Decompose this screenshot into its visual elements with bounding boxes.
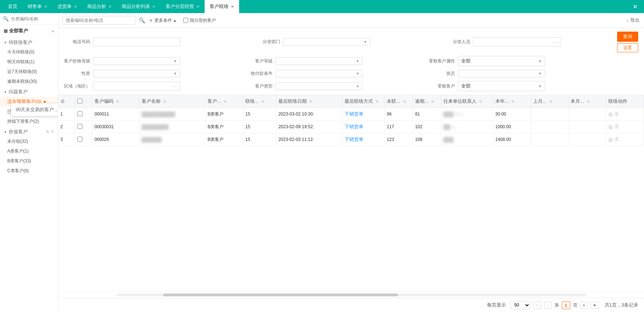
next-page-button[interactable]: ›	[580, 301, 588, 309]
code-sort-icon[interactable]: ⇅	[116, 100, 119, 104]
group-problem-customers[interactable]: ▼ 问题客户	[0, 86, 58, 97]
nav-analysis-close[interactable]: ✕	[108, 4, 112, 9]
export-button[interactable]: ↑ 导出	[627, 17, 640, 24]
overdue-sort-icon[interactable]: ⇅	[431, 100, 434, 104]
nav-home[interactable]: 首页	[3, 0, 23, 13]
level-sort-icon[interactable]: ⇅	[224, 100, 226, 104]
group-pending-contact[interactable]: ▼ 待联络客户	[0, 37, 58, 47]
lastmonth-sort-icon[interactable]: ⇅	[549, 100, 552, 104]
row3-check[interactable]	[75, 133, 92, 146]
th-contact[interactable]: 联络... ⇅	[243, 95, 276, 108]
price-level-select[interactable]: ▼	[93, 57, 180, 65]
thismonth-sort-icon[interactable]: ⇅	[587, 100, 590, 104]
nav-customer-contact[interactable]: 客户联络 ✕	[205, 0, 239, 13]
horizontal-scrollbar[interactable]	[58, 292, 644, 298]
sidebar-item-ungrouped[interactable]: 未分组(32)	[0, 137, 58, 146]
payment-select[interactable]: ▼	[275, 70, 363, 77]
phone-input[interactable]	[93, 38, 180, 46]
window-close-button[interactable]: ✕	[629, 3, 641, 10]
scrollbar-track[interactable]	[116, 293, 586, 296]
year-sort-icon[interactable]: ⇅	[511, 100, 514, 104]
search-button[interactable]: 🔍	[139, 17, 145, 23]
retail-select[interactable]: 全部 ▼	[458, 81, 545, 91]
row2-check[interactable]	[75, 121, 92, 133]
th-uncontact[interactable]: 未联... ⇅	[385, 95, 413, 108]
row2-way-link[interactable]: 下销货单	[345, 124, 363, 129]
th-way[interactable]: 最后联络方式 ⇅	[342, 95, 385, 108]
type-select[interactable]: ▼	[275, 82, 363, 90]
th-level[interactable]: 客户... ⇅	[205, 95, 243, 108]
sidebar-item-b-class[interactable]: B类客户(33)	[0, 156, 58, 166]
group-value-customers[interactable]: ▼ 价值客户 ↻ ✎	[0, 126, 58, 137]
date-sort-icon[interactable]: ⇅	[309, 100, 312, 104]
sidebar-search-input[interactable]	[11, 16, 55, 21]
sidebar-item-today[interactable]: 今天待联络(0)	[0, 47, 58, 57]
nav-purchase-close[interactable]: ✕	[74, 4, 77, 9]
contact-sort-icon[interactable]: ⇅	[261, 100, 264, 104]
select-all-checkbox[interactable]	[77, 98, 82, 104]
refresh-icon[interactable]: ↻	[46, 130, 49, 134]
nav-analysis-list[interactable]: 商品分析列表 ✕	[117, 0, 161, 13]
way-sort-icon[interactable]: ⇅	[375, 100, 378, 104]
dept-select[interactable]: ▼	[283, 38, 370, 46]
th-date[interactable]: 最后联络日期 ⇅	[276, 95, 342, 108]
row1-way-link[interactable]: 下销货单	[345, 111, 363, 117]
scrollbar-thumb[interactable]	[163, 293, 398, 296]
contacts-sort-icon[interactable]: ⇅	[479, 100, 482, 104]
search-input[interactable]	[63, 16, 135, 25]
row1-contact-icon[interactable]: ◎	[608, 111, 613, 117]
edit-icon[interactable]: ✎	[51, 130, 54, 134]
retail-attr-select[interactable]: 全部 ▼	[458, 56, 545, 66]
status-select[interactable]: ▼	[458, 70, 545, 77]
more-conditions-btn[interactable]: 更多条件	[154, 17, 172, 24]
th-name[interactable]: 客户名称 ⇅	[139, 95, 205, 108]
sidebar-item-c-class[interactable]: C类客户(6)	[0, 166, 58, 176]
region-select[interactable]: ···	[93, 82, 180, 91]
nav-customer-contact-close[interactable]: ✕	[231, 4, 234, 9]
name-sort-icon[interactable]: ⇅	[163, 100, 166, 104]
row3-contact-icon[interactable]: ◎	[608, 137, 613, 142]
sidebar-collapse-icon[interactable]: «	[52, 28, 54, 34]
sidebar-item-a-class[interactable]: A类客户(1)	[0, 146, 58, 156]
nav-customer-layer-close[interactable]: ✕	[196, 4, 200, 9]
row3-more-icon[interactable]: ⠿	[615, 137, 619, 142]
customer-level-select[interactable]: ▼	[275, 57, 363, 65]
row2-contact-icon[interactable]: ◎	[608, 124, 613, 130]
th-overdue[interactable]: 逾期... ⇅	[413, 95, 441, 108]
row3-checkbox[interactable]	[77, 137, 82, 142]
first-page-button[interactable]: «	[533, 301, 542, 309]
settings-button[interactable]: 设置	[617, 43, 638, 52]
nav-purchase[interactable]: 进货单 ✕	[52, 0, 82, 13]
settings-gear-icon[interactable]: ⚙	[60, 98, 65, 104]
row1-more-icon[interactable]: ⠿	[615, 111, 619, 117]
my-customers-checkbox[interactable]	[183, 18, 188, 23]
sidebar-item-7days[interactable]: 近7天待联络(0)	[0, 67, 58, 77]
row1-check[interactable]	[75, 108, 92, 121]
nav-customer-layer[interactable]: 客户分层经营 ✕	[161, 0, 205, 13]
nav-analysis[interactable]: 商品分析 ✕	[82, 0, 117, 13]
nature-select[interactable]: ▼	[93, 70, 180, 77]
row2-checkbox[interactable]	[77, 124, 82, 129]
prev-page-button[interactable]: ‹	[544, 301, 552, 309]
sidebar-item-overdue-contact[interactable]: 逾期未联络(30)	[0, 77, 58, 86]
last-page-button[interactable]: »	[591, 301, 599, 309]
all-customers-header[interactable]: ⊞ 全部客户 «	[0, 25, 58, 37]
th-year[interactable]: 本年... ⇅	[493, 95, 531, 108]
nav-analysis-list-close[interactable]: ✕	[152, 4, 156, 9]
nav-sales[interactable]: 销售单 ✕	[23, 0, 52, 13]
th-thismonth[interactable]: 本月... ⇅	[568, 95, 606, 108]
uncontact-sort-icon[interactable]: ⇅	[403, 100, 406, 104]
per-page-select[interactable]: 50 100 200	[510, 301, 530, 309]
row2-more-icon[interactable]: ⠿	[615, 124, 619, 130]
row1-checkbox[interactable]	[77, 111, 82, 116]
row3-way-link[interactable]: 下销货单	[345, 137, 363, 142]
query-button[interactable]: 查询	[617, 32, 638, 42]
sidebar-item-tomorrow[interactable]: 明天待联络(1)	[0, 57, 58, 67]
th-check[interactable]	[75, 95, 92, 108]
th-lastmonth[interactable]: 上月... ⇅	[531, 95, 568, 108]
sidebar-item-declining[interactable]: 持续下滑客户(2)	[0, 117, 58, 126]
nav-sales-close[interactable]: ✕	[44, 4, 47, 9]
person-select[interactable]: ···	[473, 37, 560, 46]
th-code[interactable]: 客户编码 ⇅	[92, 95, 139, 108]
th-contacts[interactable]: 往来单位联系人 ⇅	[441, 95, 493, 108]
